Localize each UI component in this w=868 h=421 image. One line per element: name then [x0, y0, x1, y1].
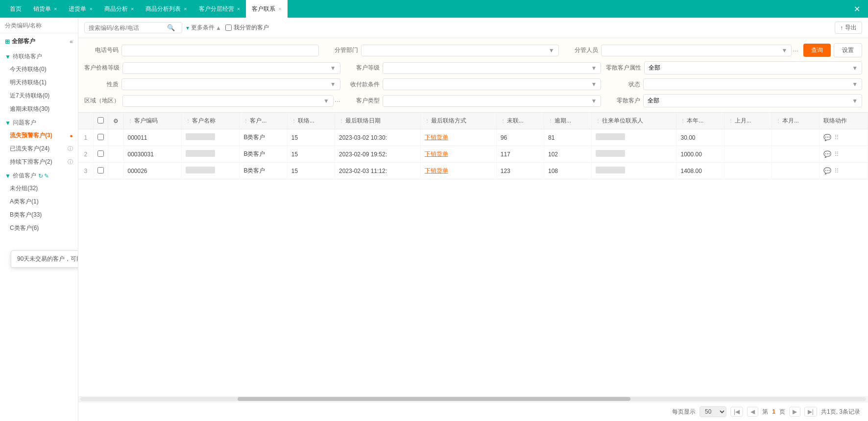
sidebar-item-class-b[interactable]: B类客户(33) — [0, 208, 78, 222]
sidebar-item-overdue[interactable]: 逾期未联络(30) — [0, 102, 78, 116]
filter-row-4: 区域（地区） ▼ ··· 客户类型 ▼ 零散客户 — [84, 94, 862, 107]
arrow-icon: ▼ — [5, 53, 11, 60]
scroll-thumb[interactable] — [238, 397, 630, 401]
row-action: 💬 ⠿ — [820, 163, 868, 179]
search-submit-icon[interactable]: 🔍 — [167, 24, 175, 31]
chat-icon[interactable]: 💬 — [823, 150, 831, 158]
sidebar-item-class-c[interactable]: C类客户(6) — [0, 222, 78, 235]
row-unlink-days: 117 — [496, 146, 544, 163]
sidebar-item-declining[interactable]: 持续下滑客户(2) ⓘ — [0, 155, 78, 169]
last-type-link[interactable]: 下销货单 — [425, 150, 448, 157]
page-size-select[interactable]: 50 100 200 — [699, 406, 726, 417]
last-type-link[interactable]: 下销货单 — [425, 167, 448, 174]
sidebar-item-churned[interactable]: 已流失客户(24) ⓘ — [0, 142, 78, 155]
sidebar-item-tomorrow[interactable]: 明天待联络(1) — [0, 76, 78, 89]
chat-icon[interactable]: 💬 — [823, 134, 831, 141]
nav-tab-purchase[interactable]: 进货单 × — [63, 0, 98, 18]
select-all-checkbox[interactable] — [97, 117, 104, 124]
filter-status: 状态 ▼ — [606, 78, 862, 90]
row-checkbox[interactable] — [97, 150, 104, 157]
export-button[interactable]: ↑ 导出 — [835, 22, 862, 34]
my-customers-input[interactable] — [225, 25, 232, 31]
sidebar-section-pending[interactable]: ▼ 待联络客户 — [0, 50, 78, 63]
nav-tab-customer-layers[interactable]: 客户分层经营 × — [193, 0, 246, 18]
th-this-year: ⋮本年... — [676, 113, 724, 129]
page-next-button[interactable]: ▶ — [789, 407, 800, 417]
row-level: B类客户 — [240, 146, 287, 163]
filter-nature-select[interactable]: ▼ — [121, 78, 340, 90]
nav-tab-home[interactable]: 首页 — [4, 0, 27, 18]
row-action: 💬 ⠿ — [820, 146, 868, 163]
row-this-year: 1408.00 — [676, 163, 724, 179]
refresh-icon[interactable]: ↻ — [38, 173, 43, 179]
window-close-button[interactable]: ✕ — [850, 2, 864, 16]
sidebar-section-problem[interactable]: ▼ 问题客户 — [0, 116, 78, 129]
filter-label-dept: 分管部门 — [324, 46, 358, 54]
filter-price-level-select[interactable]: ▼ — [122, 62, 340, 74]
query-button[interactable]: 查询 — [803, 44, 831, 57]
filter-customer-level-select[interactable]: ▼ — [383, 62, 602, 74]
row-settings-cell — [108, 163, 123, 179]
menu-icon[interactable]: ⠿ — [834, 134, 839, 141]
filter-retail-customer-select[interactable]: 全部 ▼ — [643, 94, 862, 107]
close-icon[interactable]: × — [237, 6, 240, 12]
filter-phone: 电话号码 — [84, 45, 319, 56]
more-options-icon[interactable]: ··· — [335, 97, 340, 105]
row-checkbox[interactable] — [97, 134, 104, 140]
page-first-button[interactable]: |◀ — [730, 407, 743, 417]
filter-payment-select[interactable]: ▼ — [383, 78, 602, 90]
close-icon[interactable]: × — [54, 6, 57, 12]
nav-tab-analysis-list[interactable]: 商品分析列表 × — [140, 0, 193, 18]
collapse-icon[interactable]: « — [70, 38, 73, 45]
th-level: ⋮客户... — [240, 113, 287, 129]
settings-button[interactable]: 设置 — [834, 43, 862, 57]
page-prev-button[interactable]: ◀ — [747, 407, 758, 417]
row-checkbox[interactable] — [97, 167, 104, 173]
row-contact: 15 — [287, 146, 335, 163]
close-icon[interactable]: × — [89, 6, 92, 12]
more-conditions-button[interactable]: ▾ 更多条件 ▲ — [186, 24, 221, 32]
sidebar-item-7days[interactable]: 近7天待联络(0) — [0, 89, 78, 102]
sidebar-item-churn-warning[interactable]: 流失预警客户(3) ● — [0, 129, 78, 142]
filter-dept: 分管部门 ▼ — [324, 45, 558, 56]
sidebar-item-ungrouped[interactable]: 未分组(32) — [0, 182, 78, 195]
sidebar-section-value[interactable]: ▼ 价值客户 ↻ ✎ — [0, 169, 78, 182]
sidebar-all-customers[interactable]: ⊞ 全部客户 « — [0, 33, 78, 50]
menu-icon[interactable]: ⠿ — [834, 167, 839, 174]
menu-icon[interactable]: ⠿ — [834, 150, 839, 158]
my-customers-checkbox[interactable]: 我分管的客户 — [225, 24, 269, 32]
more-options-icon[interactable]: ··· — [793, 47, 798, 54]
close-icon[interactable]: × — [184, 6, 187, 12]
filter-status-select[interactable]: ▼ — [643, 78, 862, 90]
edit-icon[interactable]: ✎ — [44, 173, 49, 179]
grid-icon: ⊞ — [5, 38, 10, 45]
filter-customer-type-select[interactable]: ▼ — [383, 95, 602, 107]
filter-region-select[interactable]: ▼ — [122, 95, 334, 107]
sidebar-item-class-a[interactable]: A类客户(1) — [0, 195, 78, 208]
filter-phone-input[interactable] — [121, 45, 319, 56]
last-type-link[interactable]: 下销货单 — [425, 134, 448, 141]
sidebar: 🔍 ⊞ 全部客户 « ▼ 待联络客户 今天待联络(0) 明天待联络(1) 近7天… — [0, 18, 78, 421]
row-this-month — [772, 129, 819, 146]
sidebar-search-input[interactable] — [5, 22, 78, 29]
bottom-scrollbar[interactable] — [78, 396, 868, 402]
table-row: 2 00030031 B类客户 15 2023-02-09 19:52: 下销货… — [78, 146, 868, 163]
search-input[interactable] — [89, 25, 167, 31]
chat-icon[interactable]: 💬 — [823, 167, 831, 174]
arrow-icon: ▼ — [5, 120, 11, 126]
blurred-name — [186, 167, 215, 173]
action-icons: 💬 ⠿ — [823, 150, 864, 158]
page-last-button[interactable]: ▶| — [804, 407, 817, 417]
nav-tab-customer-contact[interactable]: 客户联系 × — [246, 0, 287, 18]
close-icon[interactable]: × — [278, 6, 281, 12]
filter-retail-attr-select[interactable]: 全部 ▼ — [644, 61, 862, 74]
row-contact: 15 — [287, 163, 335, 179]
filter-dept-select[interactable]: ▼ — [361, 45, 558, 56]
filter-row-1: 电话号码 分管部门 ▼ 分管人员 ▼ ··· — [84, 43, 862, 57]
nav-tab-sales[interactable]: 销货单 × — [27, 0, 63, 18]
th-settings[interactable]: ⚙ — [108, 113, 123, 129]
close-icon[interactable]: × — [131, 6, 134, 12]
sidebar-item-today[interactable]: 今天待联络(0) — [0, 63, 78, 76]
filter-manager-select[interactable]: ▼ — [601, 45, 792, 56]
nav-tab-analysis[interactable]: 商品分析 × — [98, 0, 140, 18]
